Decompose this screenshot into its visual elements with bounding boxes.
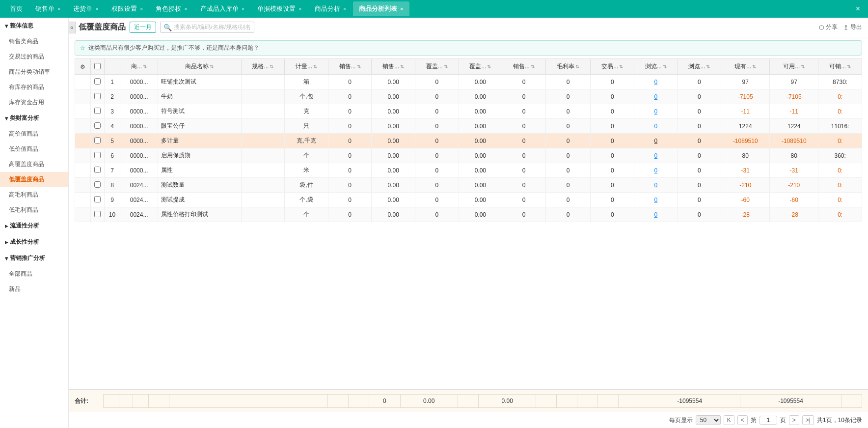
row-checkbox[interactable] — [91, 193, 105, 207]
col-sales-qty-header[interactable]: 销售...⇅ — [328, 59, 372, 75]
next-page-btn[interactable]: > — [789, 415, 799, 425]
sidebar-item-new-goods[interactable]: 新品 — [0, 282, 68, 297]
col-unit-header[interactable]: 计量...⇅ — [285, 59, 328, 75]
select-all-checkbox[interactable] — [94, 63, 101, 69]
row-checkbox[interactable] — [91, 148, 105, 163]
row-checkbox[interactable] — [91, 163, 105, 178]
col-sales-amt-header[interactable]: 销售...⇅ — [372, 59, 415, 75]
row-name[interactable]: 测试提成 — [158, 193, 241, 207]
col-margin-header[interactable]: 毛利率⇅ — [545, 59, 591, 75]
col-available-header[interactable]: 可用...⇅ — [770, 59, 818, 75]
row-checkbox[interactable] — [91, 75, 105, 89]
share-icon: ⬡ — [819, 24, 824, 31]
sidebar-item-all-goods[interactable]: 全部商品 — [0, 266, 68, 282]
sidebar-item-low-coverage[interactable]: 低覆盖度商品 — [0, 172, 68, 187]
close-sales-tab[interactable]: × — [57, 6, 60, 12]
prev-page-btn[interactable]: < — [737, 415, 748, 425]
row-checkbox[interactable] — [91, 89, 105, 104]
close-purchase-tab[interactable]: × — [95, 6, 98, 12]
row-browse1[interactable]: 0 — [634, 119, 678, 134]
sidebar-item-low-value[interactable]: 低价值商品 — [0, 142, 68, 157]
row-name[interactable]: 属性 — [158, 163, 241, 178]
tab-home[interactable]: 首页 — [4, 1, 28, 16]
row-checkbox[interactable] — [91, 178, 105, 193]
sidebar-item-high-value[interactable]: 高价值商品 — [0, 126, 68, 142]
row-name[interactable]: 旺铺批次测试 — [158, 75, 241, 89]
row-browse1[interactable]: 0 — [634, 193, 678, 207]
share-button[interactable]: ⬡ 分享 — [819, 23, 838, 31]
close-permissions-tab[interactable]: × — [140, 6, 143, 12]
close-templates-tab[interactable]: × — [298, 6, 301, 12]
row-trade: 0 — [591, 163, 634, 178]
sidebar-section-overview[interactable]: ▾ 整体信息 — [0, 18, 68, 34]
col-code-header[interactable]: 商...⇅ — [120, 59, 158, 75]
row-name[interactable]: 眼宝公仔 — [158, 119, 241, 134]
sidebar-item-high-margin[interactable]: 高毛利商品 — [0, 187, 68, 202]
sidebar-section-liquidity[interactable]: ▸ 流通性分析 — [0, 218, 68, 234]
last-page-btn[interactable]: >| — [802, 415, 814, 425]
row-name[interactable]: 多计量 — [158, 134, 241, 148]
col-browse1-header[interactable]: 浏览...⇅ — [634, 59, 678, 75]
close-roles-tab[interactable]: × — [184, 6, 187, 12]
sidebar-section-growth[interactable]: ▸ 成长性分析 — [0, 234, 68, 250]
col-sellable-header[interactable]: 可销...⇅ — [818, 59, 862, 75]
export-button[interactable]: ↥ 导出 — [843, 23, 862, 31]
sidebar-item-has-stock[interactable]: 有库存的商品 — [0, 80, 68, 95]
tab-production[interactable]: 产成品入库单 × — [194, 1, 250, 16]
tab-sales[interactable]: 销售单 × — [29, 1, 66, 16]
search-box[interactable]: 🔍 搜索条码/编码/名称/规格/别名 — [160, 22, 254, 33]
col-name-header[interactable]: 商品名称⇅ — [158, 59, 241, 75]
row-checkbox[interactable] — [91, 207, 105, 222]
tab-roles[interactable]: 角色授权 × — [150, 1, 193, 16]
settings-icon[interactable]: ⚙ — [80, 63, 85, 70]
col-cov1-header[interactable]: 覆盖...⇅ — [415, 59, 459, 75]
sidebar-collapse-btn[interactable]: « — [69, 22, 76, 33]
row-browse1[interactable]: 0 — [634, 207, 678, 222]
tab-purchase[interactable]: 进货单 × — [67, 1, 104, 16]
sidebar-item-traded[interactable]: 交易过的商品 — [0, 49, 68, 64]
row-browse1[interactable]: 0 — [634, 134, 678, 148]
close-production-tab[interactable]: × — [242, 6, 244, 12]
sidebar-item-sales-rank[interactable]: 销售类商品 — [0, 34, 68, 49]
sidebar-item-sales-trend[interactable]: 商品分类动销率 — [0, 64, 68, 80]
col-sales3-header[interactable]: 销售...⇅ — [502, 59, 546, 75]
close-all-tabs[interactable]: × — [852, 2, 864, 15]
row-browse1[interactable]: 0 — [634, 75, 678, 89]
row-browse1[interactable]: 0 — [634, 163, 678, 178]
tab-templates[interactable]: 单据模板设置 × — [251, 1, 307, 16]
sidebar-section-marketing[interactable]: ▾ 营销推广分析 — [0, 250, 68, 266]
col-cov2-header[interactable]: 覆盖...⇅ — [459, 59, 502, 75]
row-name[interactable]: 符号测试 — [158, 104, 241, 119]
date-filter-button[interactable]: 近一月 — [130, 22, 156, 33]
sidebar-section-value[interactable]: ▾ 类财富分析 — [0, 110, 68, 126]
row-browse1[interactable]: 0 — [634, 104, 678, 119]
row-name[interactable]: 牛奶 — [158, 89, 241, 104]
row-checkbox[interactable] — [91, 119, 105, 134]
row-checkbox[interactable] — [91, 134, 105, 148]
row-browse1[interactable]: 0 — [634, 178, 678, 193]
sidebar-item-inventory-ratio[interactable]: 库存资金占用 — [0, 95, 68, 110]
tab-analysis[interactable]: 商品分析 × — [309, 1, 352, 16]
page-size-select[interactable]: 50 20 100 — [696, 415, 721, 425]
close-analysis-tab[interactable]: × — [343, 6, 346, 12]
sidebar-item-low-margin[interactable]: 低毛利商品 — [0, 202, 68, 218]
col-current-header[interactable]: 现有...⇅ — [721, 59, 770, 75]
sidebar-item-high-coverage[interactable]: 高覆盖度商品 — [0, 157, 68, 172]
col-checkbox-header[interactable] — [91, 59, 105, 75]
row-browse1[interactable]: 0 — [634, 89, 678, 104]
col-trade-header[interactable]: 交易...⇅ — [591, 59, 634, 75]
col-browse2-header[interactable]: 浏览...⇅ — [678, 59, 721, 75]
table-container[interactable]: ⚙ 商...⇅ 商品名称⇅ 规格...⇅ 计量...⇅ 销售...⇅ 销售.. — [75, 58, 862, 389]
row-name[interactable]: 测试数量 — [158, 178, 241, 193]
row-checkbox[interactable] — [91, 104, 105, 119]
first-page-btn[interactable]: K — [724, 415, 734, 425]
page-number-input[interactable] — [760, 416, 777, 425]
tab-permissions[interactable]: 权限设置 × — [106, 1, 149, 16]
row-name[interactable]: 属性价格打印测试 — [158, 207, 241, 222]
col-spec-header[interactable]: 规格...⇅ — [241, 59, 285, 75]
row-name[interactable]: 启用保质期 — [158, 148, 241, 163]
col-settings[interactable]: ⚙ — [75, 59, 91, 75]
tab-analysis-list[interactable]: 商品分析列表 × — [353, 1, 409, 16]
close-analysis-list-tab[interactable]: × — [400, 6, 403, 12]
row-browse1[interactable]: 0 — [634, 148, 678, 163]
